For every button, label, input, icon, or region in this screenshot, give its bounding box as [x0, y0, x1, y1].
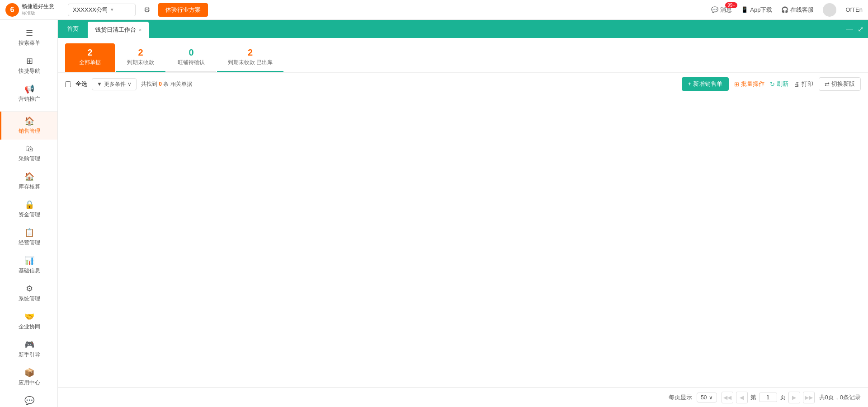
total-records: 共0页，0条记录: [819, 393, 861, 402]
sidebar-item-guide[interactable]: 🎮 新手引导: [0, 335, 57, 363]
last-page-button[interactable]: ▶▶: [803, 392, 815, 403]
print-button[interactable]: 🖨 打印: [794, 80, 813, 88]
sidebar-item-appcenter[interactable]: 📦 应用中心: [0, 363, 57, 391]
message-icon: 💬: [711, 6, 718, 13]
app-download-item[interactable]: 📱 App下载: [741, 6, 772, 14]
sidebar-item-sales[interactable]: 🏠 销售管理: [0, 112, 57, 140]
per-page-label: 每页显示: [669, 393, 692, 402]
guide-icon: 🎮: [24, 340, 34, 350]
stat-tab-all[interactable]: 2 全部单据: [65, 43, 115, 72]
stat-label-wangpu: 旺铺待确认: [177, 59, 205, 66]
sidebar-label-enterprise: 企业协同: [19, 323, 40, 331]
refresh-label: 刷新: [777, 80, 788, 88]
enterprise-icon: 🤝: [24, 312, 34, 322]
sidebar-label-appcenter: 应用中心: [19, 379, 40, 387]
found-num: 0: [159, 81, 162, 87]
filter-icon: ▼: [97, 81, 102, 87]
headset-icon: 🎧: [781, 6, 788, 13]
stat-num-overdue: 2: [127, 47, 155, 58]
filter-arrow-icon: ∨: [127, 81, 132, 87]
batch-label: 批量操作: [741, 80, 764, 88]
sidebar-label-basic-info: 基础信息: [19, 267, 40, 275]
page-number-input[interactable]: [759, 393, 777, 402]
new-sale-button[interactable]: + 新增销售单: [682, 77, 729, 91]
sidebar-item-operations[interactable]: 📋 经营管理: [0, 223, 57, 251]
filter-button[interactable]: ▼ 更多条件 ∨: [92, 78, 137, 90]
sidebar-item-search[interactable]: ☰ 搜索菜单: [0, 23, 57, 51]
tab-qhrc[interactable]: 钱货日清工作台 ×: [88, 22, 149, 38]
sidebar-item-quicknav[interactable]: ⊞ 快捷导航: [0, 51, 57, 80]
sidebar-item-finance[interactable]: 🔒 资金管理: [0, 195, 57, 223]
found-suffix: 条 相关单据: [163, 81, 192, 87]
stat-num-all: 2: [76, 47, 104, 58]
operations-icon: 📋: [24, 228, 34, 238]
first-page-button[interactable]: ◀◀: [722, 392, 733, 403]
sidebar-item-purchase[interactable]: 🛍 采购管理: [0, 140, 57, 167]
sidebar-label-finance: 资金管理: [19, 211, 40, 219]
select-all-checkbox[interactable]: [65, 81, 71, 87]
company-selector[interactable]: XXXXXX公司 ▾: [68, 4, 136, 16]
sales-icon: 🏠: [24, 116, 34, 126]
stat-tab-shipped[interactable]: 2 到期未收款 已出库: [217, 43, 283, 72]
sidebar-item-basic-info[interactable]: 📊 基础信息: [0, 251, 57, 279]
per-page-arrow-icon: ∨: [709, 394, 713, 401]
content-area: 首页 钱货日清工作台 × — ⤢ 2 全部单据 2 到期未收款: [58, 20, 868, 407]
sidebar-label-system: 系统管理: [19, 295, 40, 303]
tab-home[interactable]: 首页: [58, 20, 88, 38]
sidebar-label-sales: 销售管理: [19, 127, 40, 135]
marketing-icon: 📢: [24, 84, 34, 94]
sidebar-item-weixin[interactable]: 💬 企业微信: [0, 391, 57, 407]
message-item[interactable]: 💬 消息 99+: [711, 6, 732, 14]
main-layout: ☰ 搜索菜单 ⊞ 快捷导航 📢 营销推广 🏠 销售管理 🛍 采购管理 🏠 库存核…: [0, 20, 868, 407]
prev-page-button[interactable]: ◀: [736, 392, 748, 403]
print-icon: 🖨: [794, 81, 800, 88]
avatar[interactable]: [823, 3, 836, 17]
finance-icon: 🔒: [24, 200, 34, 210]
sidebar-label-inventory: 库存核算: [19, 183, 40, 191]
sidebar-item-enterprise[interactable]: 🤝 企业协同: [0, 307, 57, 335]
sidebar-label-marketing: 营销推广: [19, 95, 40, 103]
company-name: XXXXXX公司: [73, 6, 108, 14]
switch-version-button[interactable]: ⇄ 切换新版: [819, 77, 861, 91]
filter-label: 更多条件: [104, 80, 126, 88]
tab-bar: 首页 钱货日清工作台 × — ⤢: [58, 20, 868, 38]
batch-operation-button[interactable]: ⊞ 批量操作: [734, 80, 764, 88]
per-page-value: 50: [701, 394, 707, 401]
tab-close-icon[interactable]: ×: [139, 27, 142, 33]
inventory-icon: 🏠: [24, 172, 34, 182]
online-service-item[interactable]: 🎧 在线客服: [781, 6, 814, 14]
logo-text-block: 畅捷通好生意 标准版: [22, 3, 54, 17]
tab-qhrc-label: 钱货日清工作台: [95, 26, 136, 34]
tab-expand-icon[interactable]: ⤢: [858, 25, 863, 33]
trial-button[interactable]: 体验行业方案: [158, 3, 208, 17]
message-badge: 99+: [725, 2, 737, 8]
logo-text: 畅捷通好生意: [22, 3, 54, 10]
page-suffix: 页: [780, 393, 786, 402]
page-content: 2 全部单据 2 到期未收款 0 旺铺待确认 2 到期未收款 已出库: [58, 38, 868, 407]
purchase-icon: 🛍: [25, 144, 33, 154]
next-page-button[interactable]: ▶: [788, 392, 800, 403]
sidebar-label-search: 搜索菜单: [19, 39, 40, 47]
page-nav: ◀◀ ◀ 第 页 ▶ ▶▶: [722, 392, 815, 403]
switch-label: 切换新版: [831, 80, 855, 88]
refresh-button[interactable]: ↻ 刷新: [770, 80, 788, 88]
stat-tab-wangpu[interactable]: 0 旺铺待确认: [166, 43, 216, 72]
switch-icon: ⇄: [825, 81, 830, 88]
stat-tab-overdue[interactable]: 2 到期未收款: [116, 43, 165, 72]
username[interactable]: OfTEn: [845, 6, 863, 13]
sidebar-item-marketing[interactable]: 📢 营销推广: [0, 80, 57, 108]
toolbar: 全选 ▼ 更多条件 ∨ 共找到 0 条 相关单据 + 新增销售单 ⊞ 批量操作: [58, 72, 868, 95]
found-prefix: 共找到: [141, 81, 157, 87]
quicknav-icon: ⊞: [26, 56, 33, 66]
table-area: [58, 95, 868, 387]
sidebar-item-system[interactable]: ⚙ 系统管理: [0, 279, 57, 307]
sidebar-item-inventory[interactable]: 🏠 库存核算: [0, 167, 57, 195]
per-page-select[interactable]: 50 ∨: [697, 393, 717, 402]
stat-label-shipped: 到期未收款 已出库: [228, 59, 273, 66]
sidebar-label-operations: 经营管理: [19, 239, 40, 247]
logo-icon: 6: [5, 3, 19, 17]
settings-icon[interactable]: ⚙: [140, 3, 154, 17]
system-icon: ⚙: [26, 284, 33, 294]
appcenter-icon: 📦: [24, 368, 34, 378]
tab-minimize-icon[interactable]: —: [846, 25, 853, 33]
